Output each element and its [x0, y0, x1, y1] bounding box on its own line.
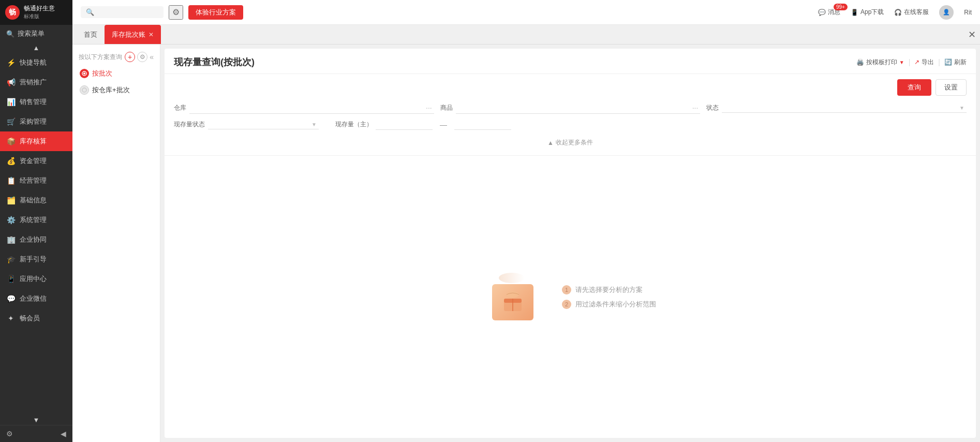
tab-close-btn[interactable]: ✕ [149, 31, 154, 38]
sidebar-item-label: 库存核算 [20, 137, 47, 146]
footer-settings-btn[interactable]: ⚙ [6, 430, 13, 438]
scroll-down[interactable]: ▼ [0, 415, 72, 425]
plan-label: 按批次 [92, 69, 112, 78]
refresh-icon: 🔄 [944, 58, 952, 66]
topbar: 🔍 ⚙ 体验行业方案 💬 消息 99+ 📱 App下载 🎧 在线客服 👤 Rit [72, 0, 980, 25]
footer-collapse-btn[interactable]: ◀ [61, 430, 66, 438]
sidebar-item-label: 营销推广 [20, 78, 47, 87]
plan-icon-active [80, 69, 89, 78]
experience-btn[interactable]: 体验行业方案 [188, 5, 243, 20]
sidebar-item-system[interactable]: ⚙️ 系统管理 [0, 210, 72, 230]
topbar-search-box[interactable]: 🔍 [81, 6, 164, 18]
panel-setting-btn[interactable]: ⚙ [137, 52, 147, 62]
sidebar: 畅 畅通好生意 标准版 🔍 搜索菜单 ▲ ⚡ 快捷导航 📢 营销推广 📊 销售管… [0, 0, 72, 442]
status-select[interactable]: ▼ [722, 104, 967, 113]
collapse-arrow-icon: ▲ [547, 139, 554, 146]
export-btn[interactable]: ↗ 导出 [914, 58, 934, 67]
panel-collapse-btn[interactable]: « [150, 53, 154, 61]
topbar-search-input[interactable] [96, 9, 158, 16]
sidebar-item-inventory[interactable]: 📦 库存核算 [0, 131, 72, 151]
sidebar-item-wechat[interactable]: 💬 企业微信 [0, 289, 72, 308]
brand-name: 畅通好生意 [24, 5, 55, 13]
panel-title: 按以下方案查询 [79, 53, 122, 62]
settings-btn[interactable]: ⚙ [169, 5, 183, 20]
close-all-btn[interactable]: ✕ [968, 29, 976, 40]
plan-item-warehouse-batch[interactable]: 按仓库+批次 [72, 82, 160, 98]
sidebar-item-marketing[interactable]: 📢 营销推广 [0, 72, 72, 92]
inventory-status-field: 现存量状态 ▼ [174, 120, 319, 129]
smoke-decoration [499, 273, 525, 283]
sidebar-item-sales[interactable]: 📊 销售管理 [0, 92, 72, 112]
warehouse-field: 仓库 ··· [174, 102, 434, 114]
collab-icon: 🏢 [6, 235, 16, 244]
online-service-btn[interactable]: 🎧 在线客服 [894, 8, 929, 17]
page-title: 现存量查询(按批次) [174, 56, 255, 68]
app-download-label: App下载 [860, 8, 884, 17]
warehouse-more-btn[interactable]: ··· [426, 104, 432, 112]
plan-item-batch[interactable]: 按批次 [72, 65, 160, 82]
tab-home-label: 首页 [84, 30, 97, 39]
hint-1: 1 请先选择要分析的方案 [562, 285, 656, 294]
brand-sub: 标准版 [24, 13, 55, 20]
message-badge: 99+ [834, 4, 848, 10]
export-label: 导出 [922, 58, 934, 67]
main-area: 🔍 ⚙ 体验行业方案 💬 消息 99+ 📱 App下载 🎧 在线客服 👤 Rit [72, 0, 980, 442]
warehouse-input[interactable] [191, 104, 426, 111]
inv-status-select[interactable]: ▼ [208, 120, 319, 129]
hint-num-2: 2 [562, 300, 571, 309]
sidebar-item-finance[interactable]: 💰 资金管理 [0, 151, 72, 171]
print-btn[interactable]: 🖨️ 按模板打印 ▼ [856, 58, 904, 67]
panel-add-btn[interactable]: + [125, 52, 135, 62]
collapse-label: 收起更多条件 [556, 138, 593, 147]
message-btn[interactable]: 💬 消息 99+ [818, 8, 840, 17]
quantity-to-input[interactable] [456, 121, 509, 128]
purchase-icon: 🛒 [6, 117, 16, 126]
scroll-up[interactable]: ▲ [0, 42, 72, 53]
hint-text-1: 请先选择要分析的方案 [575, 285, 643, 294]
empty-state: 1 请先选择要分析的方案 2 用过滤条件来缩小分析范围 [165, 156, 976, 438]
quantity-from-wrap[interactable] [376, 119, 433, 130]
sidebar-item-guide[interactable]: 🎓 新手引导 [0, 249, 72, 269]
panel-title-row: 按以下方案查询 + ⚙ « [72, 50, 160, 65]
query-btn[interactable]: 查询 [897, 79, 931, 96]
product-input-wrap[interactable]: ··· [456, 102, 701, 114]
product-label: 商品 [440, 104, 453, 112]
divider2: | [938, 58, 940, 66]
username-label[interactable]: Rit [964, 9, 972, 16]
sidebar-item-label: 经营管理 [20, 176, 47, 185]
app-download-btn[interactable]: 📱 App下载 [851, 8, 884, 17]
quantity-to-wrap[interactable] [454, 119, 511, 130]
sidebar-item-basic[interactable]: 🗂️ 基础信息 [0, 190, 72, 210]
collapse-btn[interactable]: ▲ 收起更多条件 [174, 135, 967, 149]
headset-icon: 🎧 [894, 9, 902, 16]
product-more-btn[interactable]: ··· [692, 104, 699, 112]
tab-home[interactable]: 首页 [77, 25, 105, 44]
search-icon: 🔍 [6, 30, 14, 38]
sidebar-search[interactable]: 🔍 搜索菜单 [0, 25, 72, 42]
product-input[interactable] [458, 104, 692, 111]
tab-inventory-batch[interactable]: 库存批次账 ✕ [105, 25, 161, 44]
sidebar-item-management[interactable]: 📋 经营管理 [0, 171, 72, 190]
sidebar-item-quick[interactable]: ⚡ 快捷导航 [0, 53, 72, 72]
sidebar-item-apps[interactable]: 📱 应用中心 [0, 269, 72, 289]
finance-icon: 💰 [6, 157, 16, 165]
empty-hints: 1 请先选择要分析的方案 2 用过滤条件来缩小分析范围 [562, 285, 656, 309]
online-label: 在线客服 [904, 8, 929, 17]
hint-text-2: 用过滤条件来缩小分析范围 [575, 300, 656, 309]
refresh-label: 刷新 [954, 58, 967, 67]
sidebar-item-collab[interactable]: 🏢 企业协同 [0, 230, 72, 249]
sidebar-item-member[interactable]: ✦ 畅会员 [0, 308, 72, 328]
warehouse-input-wrap[interactable]: ··· [189, 102, 434, 114]
settings-display-btn[interactable]: 设置 [936, 79, 967, 96]
status-label: 状态 [706, 104, 719, 112]
refresh-btn[interactable]: 🔄 刷新 [944, 58, 967, 67]
apps-icon: 📱 [6, 275, 16, 283]
inv-status-label: 现存量状态 [174, 120, 205, 129]
hint-num-1: 1 [562, 285, 571, 294]
sidebar-item-purchase[interactable]: 🛒 采购管理 [0, 112, 72, 131]
guide-icon: 🎓 [6, 255, 16, 263]
avatar: 👤 [939, 5, 954, 20]
hint-2: 2 用过滤条件来缩小分析范围 [562, 300, 656, 309]
quantity-from-input[interactable] [378, 121, 430, 128]
filter-area: 仓库 ··· 商品 ··· 状态 [165, 96, 976, 156]
